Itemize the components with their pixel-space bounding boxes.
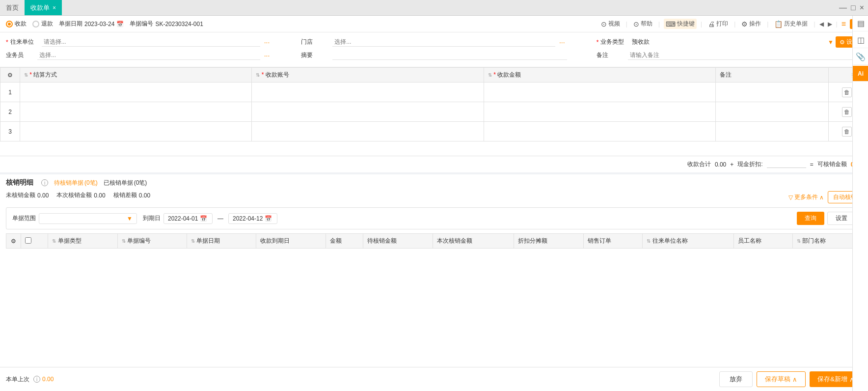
tab-close-icon[interactable]: × [53,4,56,11]
range-select[interactable]: ▼ [39,213,137,224]
store-field: 门店 ··· [301,37,567,47]
tab-bar: 首页 收款单 × — □ × [0,0,868,16]
diff-stat: 核销差额 0.00 [113,191,150,199]
row-delete-btn-1[interactable]: 🗑 [842,87,852,97]
row-remark-1[interactable] [716,83,829,102]
date-start-input[interactable]: 2022-04-01 📅 [163,213,213,224]
row-settlement-2[interactable] [20,102,252,122]
discard-btn[interactable]: 放弃 [719,371,753,387]
operation-btn[interactable]: ⚙ 操作 [739,19,763,29]
verify-header: 核销明细 i 待核销单据 (0笔) 已核销单据 (0笔) [6,178,862,187]
shortcut-btn[interactable]: ⌨ 快捷键 [664,19,697,29]
remark-field: 备注 [597,51,862,60]
bottom-th-checkbox[interactable] [21,234,48,249]
current-stat: 本次核销金额 0.00 [56,191,105,199]
counterpart-field: * 往来单位 ··· [6,37,271,47]
form-section: * 往来单位 ··· 门店 ··· * 业务类型 预收款 ▼ [0,32,868,67]
radio-receipt[interactable]: 收款 [6,20,27,28]
table-row: 2 🗑 ⊕ [0,102,868,122]
remark-input[interactable] [628,51,862,60]
filter-setting-btn[interactable]: 设置 [827,212,856,225]
more-conditions-btn[interactable]: ▽ 更多条件 ∧ [788,193,824,201]
row-remark-2[interactable] [716,102,829,122]
store-input[interactable] [332,37,555,47]
toolbar-right: ⊙ 视频 | ⊙ 帮助 | ⌨ 快捷键 | 🖨 打印 | [599,19,862,29]
bottom-th-current: 本次核销金额 [433,234,514,249]
done-tab[interactable]: 已核销单据 (0笔) [104,179,147,187]
row-delete-btn-3[interactable]: 🗑 [842,127,852,137]
radio-refund-dot [32,21,39,28]
history-btn[interactable]: 📋 历史单据 [772,19,810,29]
video-btn[interactable]: ⊙ 视频 [599,19,622,29]
biztype-dropdown-icon[interactable]: ▼ [828,39,834,46]
row-amount-2[interactable] [484,102,715,122]
summary-input[interactable] [332,51,567,60]
table-gear-th[interactable]: ⚙ [0,68,20,83]
row-settlement-1[interactable] [20,83,252,102]
table-row: 1 🗑 ⊕ [0,83,868,102]
calendar-start-icon: 📅 [200,215,207,222]
bottom-table-container: ⚙ ⇅ 单据类型 ⇅ 单据编号 [6,233,862,249]
bottom-th-counterpart: ⇅ 往来单位名称 [643,234,733,249]
bottom-info-icon[interactable]: i [33,376,40,383]
counterpart-input[interactable] [42,37,260,47]
shortcut-icon: ⌨ [666,20,676,28]
sidebar-attachment-icon[interactable]: 📎 [853,49,868,65]
bottom-right-actions: 放弃 保存草稿 ∧ 保存&新增 ∧ [719,371,862,387]
store-more-btn[interactable]: ··· [557,38,567,46]
biztype-field: * 业务类型 预收款 ▼ ⚙ 设置 [597,36,862,48]
save-draft-btn[interactable]: 保存草稿 ∧ [757,371,806,387]
filter-row: 单据范围 ▼ 到期日 2022-04-01 📅 — 2022-04-12 [6,207,862,229]
query-btn[interactable]: 查询 [797,212,824,225]
verify-info-icon[interactable]: i [41,179,48,186]
filter-icon: ▽ [788,194,793,201]
window-close-icon[interactable]: × [860,3,864,12]
next-icon[interactable]: ▶ [828,21,832,28]
sidebar-doc-icon[interactable]: ◫ [853,32,868,48]
summary-field: 摘要 [301,51,567,60]
row-delete-btn-2[interactable]: 🗑 [842,107,852,117]
radio-refund[interactable]: 退款 [32,20,53,28]
summary-row: 收款合计 0.00 + 现金折扣: = 可核销金额 0.00 [0,156,868,172]
window-max-icon[interactable]: □ [851,3,856,12]
receipt-type-group: 收款 退款 [6,20,53,28]
staff-more-btn[interactable]: ··· [262,52,272,59]
th-receipt-amount: ⇅ * 收款金额 [484,68,715,83]
form-row-2: 业务员 ··· 摘要 备注 [6,51,862,60]
tab-receipt[interactable]: 收款单 × [25,0,62,15]
receipt-table: ⚙ ⇅ * 结算方式 ⇅ * 收款账号 ⇅ [0,67,868,141]
layout-icon[interactable]: ≡ [841,20,846,28]
verify-stats-bar: 未核销金额 0.00 本次核销金额 0.00 核销差额 0.00 ▽ [6,191,862,203]
bottom-table: ⚙ ⇅ 单据类型 ⇅ 单据编号 [6,233,862,249]
window-min-icon[interactable]: — [839,3,847,12]
discount-input[interactable] [767,161,806,168]
bottom-info: 本单上次 i 0.00 [6,375,54,384]
tab-home[interactable]: 首页 [0,0,25,15]
prev-icon[interactable]: ◀ [819,21,824,28]
row-account-2[interactable] [252,102,484,122]
pending-tab[interactable]: 待核销单据 (0笔) [54,179,98,187]
radio-receipt-dot [6,21,13,28]
counterpart-more-btn[interactable]: ··· [262,38,272,46]
verify-right: ▽ 更多条件 ∧ 自动核销 [788,191,862,203]
date-end-input[interactable]: 2022-04-12 📅 [228,213,277,224]
bottom-th-dept: ⇅ 部门名称 [792,234,862,249]
row-account-3[interactable] [252,122,484,141]
print-btn[interactable]: 🖨 打印 [706,19,730,29]
bottom-th-gear[interactable]: ⚙ [6,234,21,249]
row-amount-1[interactable] [484,83,715,102]
row-settlement-3[interactable] [20,122,252,141]
row-remark-3[interactable] [716,122,829,141]
help-btn[interactable]: ⊙ 帮助 [631,19,654,29]
sidebar-table-icon[interactable]: ▤ [853,16,868,31]
calendar-icon[interactable]: 📅 [116,21,124,28]
due-date-field: 到期日 2022-04-01 📅 — 2022-04-12 📅 [143,213,277,224]
print-icon: 🖨 [708,20,715,28]
staff-input[interactable] [37,51,260,60]
range-field: 单据范围 ▼ [12,213,137,224]
row-amount-3[interactable] [484,122,715,141]
sidebar-ai-icon[interactable]: Ai [853,66,868,82]
row-account-1[interactable] [252,83,484,102]
range-arrow-icon: ▼ [127,215,133,222]
select-all-checkbox[interactable] [25,237,31,244]
